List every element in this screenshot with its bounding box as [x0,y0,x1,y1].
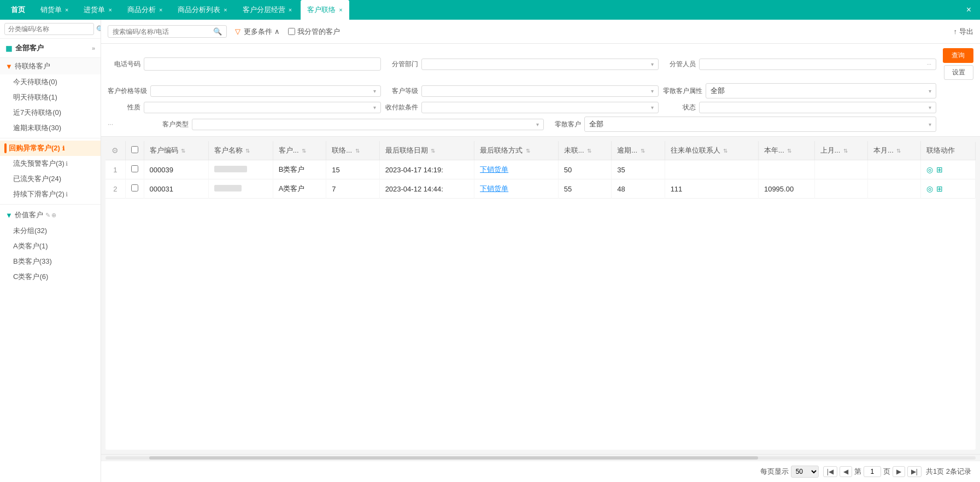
select-all-checkbox[interactable] [131,146,138,153]
nav-purchase-label: 进货单 [84,5,105,15]
sidebar-item-repurchase-abnormal[interactable]: 回购异常客户(2) ℹ [0,141,101,156]
nav-home[interactable]: 首页 [4,0,32,20]
more-conditions-btn[interactable]: ▽ 更多条件 ∧ [231,25,284,39]
total-pages-label: 共1页 2条记录 [926,467,971,477]
nav-customer-contact-close[interactable]: × [339,7,342,13]
nav-sales[interactable]: 销货单 × [34,0,75,20]
row2-check [125,179,144,199]
per-page-select[interactable]: 20 50 100 [791,466,819,478]
pending-contact-header[interactable]: ▼ 待联络客户 [0,58,101,74]
h-scrollbar[interactable] [101,454,980,461]
dept-select[interactable]: ▾ [421,59,659,70]
retail-select2[interactable]: 全部 ▾ [584,117,936,132]
nav-customer-tier[interactable]: 客户分层经营 × [236,0,298,20]
row1-method-link[interactable]: 下销货单 [480,165,508,173]
th-contact: 联络... ⇅ [326,141,379,160]
row1-action-icons: ◎ ⊞ [926,165,970,174]
sidebar-search-icon[interactable]: 🔍 [96,25,101,33]
sidebar-item-b-class[interactable]: B类客户(33) [0,254,101,269]
nav-goods-analysis[interactable]: 商品分析 × [121,0,169,20]
customer-level-field: 客户等级 ▾ [385,85,659,97]
last-page-btn[interactable]: ▶| [907,466,922,477]
sidebar-item-overdue[interactable]: 逾期未联络(30) [0,120,101,136]
export-btn[interactable]: ↑ 导出 [954,27,974,37]
sidebar-item-ungroup[interactable]: 未分组(32) [0,223,101,239]
th-name-sort[interactable]: ⇅ [245,148,250,154]
phone-input[interactable] [144,57,381,71]
h-scrollbar-thumb[interactable] [149,456,758,460]
page-num-input[interactable] [864,466,881,477]
sidebar-item-churn-warning[interactable]: 流失预警客户(3) ℹ [0,156,101,171]
first-page-btn[interactable]: |◀ [823,466,837,477]
my-customer-checkbox-label[interactable]: 我分管的客户 [288,27,340,37]
declining-info-icon[interactable]: ℹ [66,191,68,198]
sidebar-item-today[interactable]: 今天待联络(0) [0,74,101,90]
th-overdue-sort[interactable]: ⇅ [641,148,645,154]
gender-select[interactable]: ▾ [144,102,381,113]
row2-checkbox[interactable] [131,184,138,191]
repurchase-info-icon[interactable]: ℹ [62,145,64,152]
churn-info-icon[interactable]: ℹ [66,160,68,167]
nav-customer-tier-close[interactable]: × [289,7,292,13]
th-contact-sort[interactable]: ⇅ [355,148,360,154]
sidebar-item-declining[interactable]: 持续下滑客户(2) ℹ [0,187,101,202]
my-customer-checkbox[interactable] [288,28,295,35]
row1-contact-icon[interactable]: ◎ [926,165,933,174]
settings-btn[interactable]: 设置 [944,65,973,80]
nav-customer-contact[interactable]: 客户联络 × [301,0,349,20]
customer-search-input[interactable] [113,28,211,36]
table-settings-icon[interactable]: ⚙ [112,146,119,155]
th-last-method-sort[interactable]: ⇅ [526,148,530,154]
th-no-contact-sort[interactable]: ⇅ [587,148,591,154]
filter-rows: 电话号码 分管部门 ▾ 分管人员 ··· [101,44,980,137]
customer-type-select[interactable]: ▾ [192,119,544,130]
value-arrow-icon: ▼ [5,211,13,219]
retail-attr-select[interactable]: 全部 ▾ [706,83,936,98]
today-label: 今天待联络(0) [13,77,57,87]
value-add-icon[interactable]: ⊕ [51,212,56,219]
row1-checkbox[interactable] [131,165,138,172]
th-this-year-sort[interactable]: ⇅ [787,148,791,154]
divider1 [0,138,101,138]
customer-level-select[interactable]: ▾ [421,85,659,97]
row2-method-link[interactable]: 下销货单 [480,184,508,193]
person-select[interactable]: ··· [699,59,936,70]
sidebar-item-tomorrow[interactable]: 明天待联络(1) [0,90,101,105]
th-this-month-sort[interactable]: ⇅ [896,148,901,154]
nav-sales-label: 销货单 [40,5,62,15]
row1-view-icon[interactable]: ⊞ [936,165,943,174]
sidebar-item-a-class[interactable]: A类客户(1) [0,239,101,254]
nav-purchase[interactable]: 进货单 × [77,0,118,20]
row2-view-icon[interactable]: ⊞ [936,184,943,193]
pay-condition-select[interactable]: ▾ [421,102,659,113]
sidebar-item-c-class[interactable]: C类客户(6) [0,269,101,284]
th-last-date-sort[interactable]: ⇅ [431,148,435,154]
page-nav: |◀ ◀ 第 页 ▶ ▶| [823,466,922,477]
row2-last-method: 下销货单 [474,179,559,199]
th-person-sort[interactable]: ⇅ [723,148,727,154]
more-icon[interactable]: ··· [108,120,113,128]
row2-contact-icon[interactable]: ◎ [926,184,933,193]
row2-name-placeholder [214,185,242,191]
nav-goods-list[interactable]: 商品分析列表 × [171,0,233,20]
sidebar-collapse-icon[interactable]: » [92,45,95,51]
th-last-month-sort[interactable]: ⇅ [843,148,848,154]
price-level-select[interactable]: ▾ [150,85,381,97]
th-last-method: 最后联络方式 ⇅ [474,141,559,160]
status-select[interactable]: ▾ [699,102,936,113]
sidebar-item-7days[interactable]: 近7天待联络(0) [0,105,101,120]
value-customer-header[interactable]: ▼ 价值客户 ✎ ⊕ [0,207,101,223]
value-edit-icon[interactable]: ✎ [45,212,50,219]
nav-sales-close[interactable]: × [65,7,68,13]
nav-goods-analysis-close[interactable]: × [159,7,162,13]
close-all-btn[interactable]: × [962,5,976,15]
nav-purchase-close[interactable]: × [108,7,112,13]
next-page-btn[interactable]: ▶ [893,466,905,477]
sidebar-item-churned[interactable]: 已流失客户(24) [0,171,101,187]
th-type-sort[interactable]: ⇅ [302,148,306,154]
prev-page-btn[interactable]: ◀ [840,466,852,477]
th-code-sort[interactable]: ⇅ [181,148,185,154]
query-btn[interactable]: 查询 [943,48,973,63]
nav-goods-list-close[interactable]: × [224,7,227,13]
sidebar-search-input[interactable] [4,23,94,35]
